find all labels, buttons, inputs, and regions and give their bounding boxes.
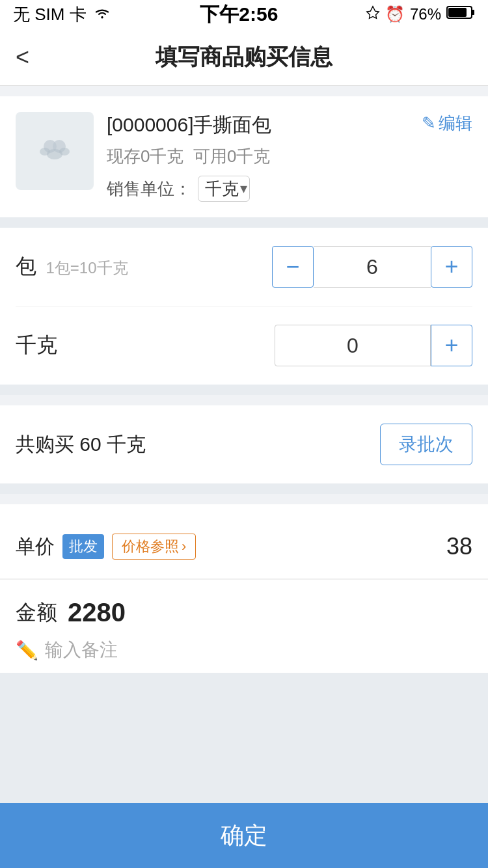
amount-section: 金额 2280 ✏️ 输入备注 bbox=[0, 579, 488, 673]
remark-row[interactable]: ✏️ 输入备注 bbox=[16, 638, 472, 662]
divider-1 bbox=[0, 217, 488, 228]
batch-button[interactable]: 录批次 bbox=[380, 424, 472, 465]
price-section: 单价 批发 价格参照 › 38 bbox=[0, 515, 488, 579]
edit-button[interactable]: ✎ 编辑 bbox=[422, 112, 472, 135]
kg-label-group: 千克 bbox=[16, 331, 57, 360]
bao-input-row: 包 1包=10千克 − + bbox=[16, 228, 472, 306]
main-spacer bbox=[0, 673, 488, 803]
remark-label: 输入备注 bbox=[45, 638, 118, 662]
pifa-tag: 批发 bbox=[62, 534, 104, 559]
bao-input[interactable] bbox=[314, 246, 431, 288]
price-ref-arrow: › bbox=[182, 538, 186, 555]
bao-label: 包 bbox=[16, 254, 36, 278]
svg-rect-2 bbox=[472, 10, 474, 15]
amount-value: 2280 bbox=[68, 598, 126, 627]
bao-hint: 1包=10千克 bbox=[46, 259, 128, 277]
nav-bar: < 填写商品购买信息 bbox=[0, 29, 488, 86]
kg-label: 千克 bbox=[16, 333, 57, 357]
product-info: [0000006]手撕面包 ✎ 编辑 现存0千克 可用0千克 销售单位： 千克 bbox=[107, 112, 472, 202]
unit-select-wrap[interactable]: 千克 bbox=[198, 176, 251, 202]
summary-text: 共购买 60 千克 bbox=[16, 431, 146, 458]
summary-section: 共购买 60 千克 录批次 bbox=[0, 405, 488, 483]
input-section: 包 1包=10千克 − + 千克 + bbox=[0, 228, 488, 385]
battery-text: 76% bbox=[410, 5, 441, 23]
svg-point-8 bbox=[59, 148, 70, 156]
divider-3 bbox=[0, 483, 488, 494]
kg-input[interactable] bbox=[275, 325, 431, 366]
product-stock: 现存0千克 可用0千克 bbox=[107, 145, 472, 168]
wifi-icon bbox=[92, 5, 113, 25]
price-ref-label: 价格参照 bbox=[122, 537, 179, 556]
price-left: 单价 批发 价格参照 › bbox=[16, 534, 196, 560]
bao-increment-button[interactable]: + bbox=[431, 246, 472, 288]
svg-point-0 bbox=[101, 16, 103, 18]
status-bar: 无 SIM 卡 下午2:56 ⏰ 76% bbox=[0, 0, 488, 29]
alarm-icon: ⏰ bbox=[385, 5, 405, 23]
confirm-text: 确定 bbox=[221, 820, 267, 852]
status-left: 无 SIM 卡 bbox=[13, 3, 113, 26]
divider-2 bbox=[0, 385, 488, 395]
remark-icon: ✏️ bbox=[16, 640, 38, 661]
amount-row: 金额 2280 bbox=[16, 598, 472, 627]
kg-input-row: 千克 + bbox=[16, 306, 472, 385]
carrier-text: 无 SIM 卡 bbox=[13, 3, 87, 26]
battery-icon bbox=[446, 5, 475, 23]
status-time: 下午2:56 bbox=[200, 1, 278, 28]
kg-increment-button[interactable]: + bbox=[431, 325, 472, 366]
product-name: [0000006]手撕面包 bbox=[107, 112, 271, 139]
status-right: ⏰ 76% bbox=[366, 5, 475, 23]
product-image bbox=[16, 112, 94, 190]
price-label: 单价 bbox=[16, 534, 55, 560]
product-section: [0000006]手撕面包 ✎ 编辑 现存0千克 可用0千克 销售单位： 千克 bbox=[0, 96, 488, 217]
confirm-button[interactable]: 确定 bbox=[0, 803, 488, 868]
price-value: 38 bbox=[446, 533, 472, 560]
location-icon bbox=[366, 5, 380, 23]
svg-rect-3 bbox=[448, 8, 467, 17]
back-button[interactable]: < bbox=[16, 44, 29, 71]
price-amount-section: 单价 批发 价格参照 › 38 金额 2280 ✏️ 输入备注 bbox=[0, 504, 488, 673]
edit-icon: ✎ bbox=[422, 113, 436, 133]
product-unit-row: 销售单位： 千克 bbox=[107, 176, 472, 202]
unit-label: 销售单位： bbox=[107, 178, 191, 200]
edit-label: 编辑 bbox=[439, 112, 472, 135]
bao-stepper: − + bbox=[272, 246, 472, 288]
bao-label-group: 包 1包=10千克 bbox=[16, 252, 128, 281]
page-title: 填写商品购买信息 bbox=[156, 42, 332, 72]
bao-decrement-button[interactable]: − bbox=[272, 246, 314, 288]
kg-stepper: + bbox=[275, 325, 472, 366]
amount-label: 金额 bbox=[16, 599, 57, 627]
product-header: [0000006]手撕面包 ✎ 编辑 bbox=[107, 112, 472, 139]
unit-select[interactable]: 千克 bbox=[198, 176, 250, 202]
price-ref-button[interactable]: 价格参照 › bbox=[112, 534, 196, 560]
